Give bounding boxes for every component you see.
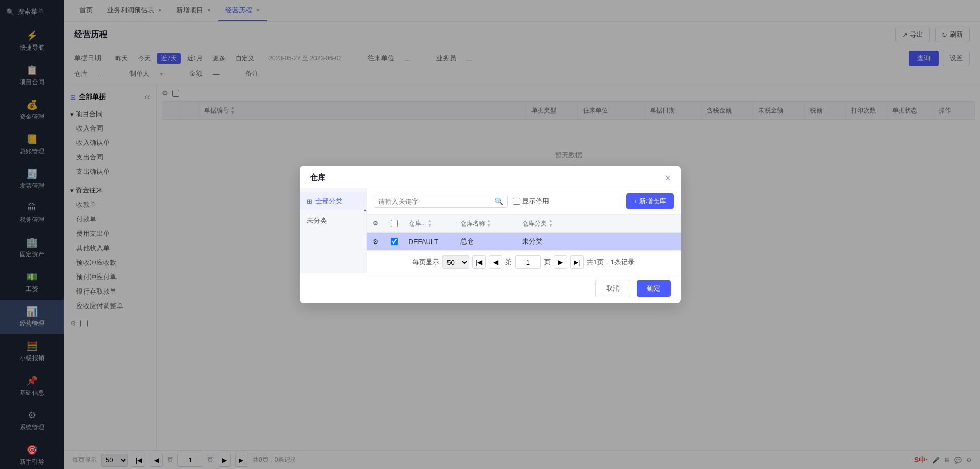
modal-th-name: 仓库名称 ▲▼	[455, 215, 517, 232]
gear-col-icon: ⚙	[373, 220, 378, 227]
sort-arrows-name: ▲▼	[487, 219, 491, 228]
modal-table-body: ⚙ DEFAULT 总仓 未分类	[367, 233, 681, 251]
row-gear: ⚙	[367, 234, 385, 250]
row-name-value: 总仓	[460, 237, 474, 246]
modal-page-label: 第	[505, 257, 512, 267]
modal-left-item-uncategorized[interactable]: 未分类	[300, 212, 366, 230]
modal-toolbar: 🔍 显示停用 + 新增仓库	[367, 188, 681, 215]
modal-th-check	[385, 215, 404, 232]
modal-page-input[interactable]	[515, 255, 541, 269]
modal-last-page[interactable]: ▶|	[570, 255, 584, 269]
modal-title: 仓库	[310, 173, 325, 183]
modal-per-page-label: 每页显示	[412, 257, 439, 267]
table-row[interactable]: ⚙ DEFAULT 总仓 未分类	[367, 233, 681, 251]
modal-pagination: 每页显示 50 100 |◀ ◀ 第 页 ▶ ▶| 共1页，1条记录	[367, 251, 681, 273]
row-check	[385, 234, 404, 249]
modal-left-item-uncategorized-label: 未分类	[307, 216, 327, 225]
row-gear-icon: ⚙	[373, 238, 379, 246]
modal-total-info: 共1页，1条记录	[587, 257, 634, 267]
modal-th-category: 仓库分类 ▲▼	[517, 215, 681, 232]
sort-arrows-code: ▲▼	[428, 219, 433, 228]
modal-footer-actions: 取消 确定	[300, 273, 681, 303]
modal-close-button[interactable]: ×	[665, 173, 671, 183]
row-name: 总仓	[455, 233, 517, 250]
row-category: 未分类	[517, 233, 681, 250]
row-code: DEFAULT	[404, 234, 455, 250]
modal-overlay: 仓库 × ⊞ 全部分类 未分类	[0, 0, 980, 469]
modal-right-panel: 🔍 显示停用 + 新增仓库 ⚙	[367, 188, 681, 273]
modal-th-code: 仓库... ▲▼	[404, 215, 455, 232]
modal-select-all[interactable]	[391, 220, 398, 227]
show-disabled-label[interactable]: 显示停用	[513, 197, 549, 206]
modal-th-category-label: 仓库分类	[522, 219, 547, 228]
show-disabled-text: 显示停用	[522, 197, 549, 206]
modal-search-box: 🔍	[374, 195, 508, 208]
modal-th-code-label: 仓库...	[409, 219, 426, 228]
modal-body: ⊞ 全部分类 未分类 🔍 显示停用	[300, 188, 681, 273]
modal-table-header: ⚙ 仓库... ▲▼ 仓库名称 ▲▼ 仓库分类 ▲▼	[367, 215, 681, 233]
modal-first-page[interactable]: |◀	[472, 255, 486, 269]
modal-next-page[interactable]: ▶	[554, 255, 567, 269]
row-code-value: DEFAULT	[409, 238, 439, 246]
modal-th-gear: ⚙	[367, 215, 385, 232]
modal-per-page-select[interactable]: 50 100	[442, 255, 469, 269]
row-checkbox[interactable]	[391, 238, 398, 245]
grid-icon-modal: ⊞	[307, 198, 312, 205]
modal-th-name-label: 仓库名称	[460, 219, 485, 228]
warehouse-modal: 仓库 × ⊞ 全部分类 未分类	[300, 166, 681, 303]
modal-header: 仓库 ×	[300, 166, 681, 188]
row-category-value: 未分类	[522, 237, 542, 246]
modal-search-icon[interactable]: 🔍	[494, 197, 503, 205]
sort-arrows-category: ▲▼	[549, 219, 553, 228]
modal-page-label-2: 页	[544, 257, 551, 267]
confirm-button[interactable]: 确定	[637, 280, 671, 297]
active-indicator	[300, 210, 366, 211]
modal-search-input[interactable]	[378, 198, 494, 205]
modal-left-item-all-label: 全部分类	[315, 197, 342, 206]
add-warehouse-button[interactable]: + 新增仓库	[626, 193, 673, 209]
modal-left-panel: ⊞ 全部分类 未分类	[300, 188, 367, 273]
modal-left-item-all[interactable]: ⊞ 全部分类	[300, 192, 366, 210]
show-disabled-checkbox[interactable]	[513, 198, 520, 205]
modal-prev-page[interactable]: ◀	[489, 255, 502, 269]
cancel-button[interactable]: 取消	[595, 280, 630, 297]
